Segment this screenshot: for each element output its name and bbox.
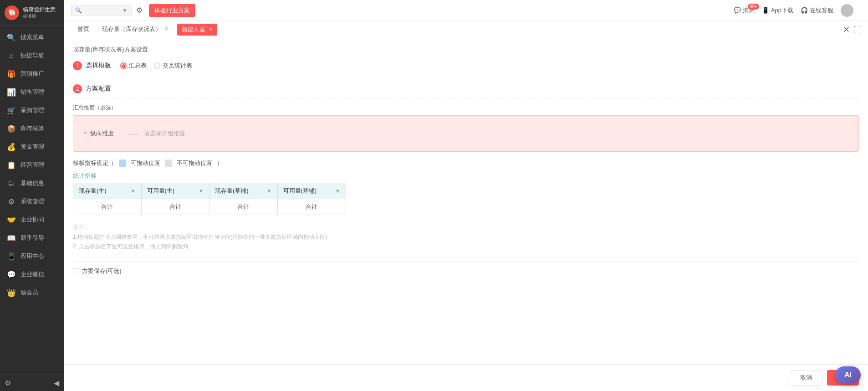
col-current-aux-chevron[interactable]: ▼ [267, 188, 272, 194]
col-header-available-aux[interactable]: 可用量(基辅) ▼ [278, 183, 346, 199]
sidebar-item-search[interactable]: 🔍 搜索菜单 [0, 28, 64, 46]
sidebar-item-newuser[interactable]: 📖 新手引导 [0, 229, 64, 247]
stats-table-body: 合计 合计 合计 合计 [73, 199, 346, 215]
app-download-btn[interactable]: 📱 App下载 [762, 6, 793, 15]
non-draggable-badge [165, 159, 172, 167]
member-icon: 👑 [7, 288, 16, 297]
section2-body: 汇总维度（必选） * 纵向维度 —— 请选择分组维度 模板指标设定（ 可拖动位置 [73, 104, 859, 252]
industry-btn[interactable]: 体验行业方案 [149, 4, 195, 17]
search-dropdown-icon[interactable]: ▼ [122, 7, 128, 14]
sidebar-item-inventory-label: 库存核算 [20, 124, 44, 133]
draggable-label: 可拖动位置 [131, 159, 160, 167]
sidebar-item-purchase[interactable]: 🛒 采购管理 [0, 101, 64, 119]
sidebar-item-wechat[interactable]: 💬 企业微信 [0, 265, 64, 283]
section2-header: 2 方案配置 [73, 84, 859, 98]
marketing-icon: 🎁 [7, 69, 16, 78]
tab-inventory-label: 现存量（库存状况表） [102, 25, 161, 33]
sidebar-item-appstore-label: 应用中心 [20, 252, 44, 260]
message-icon: 💬 [734, 7, 741, 14]
search-input[interactable] [84, 7, 120, 14]
radio-summary-label: 汇总表 [129, 62, 147, 70]
newuser-icon: 📖 [7, 233, 16, 242]
gear-icon[interactable]: ⚙ [136, 6, 143, 15]
radio-cross[interactable]: 交叉统计表 [154, 62, 192, 70]
sidebar-item-operation[interactable]: 📋 经营管理 [0, 156, 64, 174]
cell-available-aux-summary: 合计 [278, 199, 346, 215]
tab-home[interactable]: 首页 [71, 21, 96, 38]
save-checkbox[interactable] [73, 268, 79, 274]
logo-icon: 畅 [5, 5, 19, 20]
cancel-button[interactable]: 取消 [790, 370, 822, 386]
section1-title: 选择模板 [86, 62, 111, 70]
ai-fab-button[interactable]: Ai [835, 366, 861, 384]
sidebar-item-sales[interactable]: 📊 销售管理 [0, 83, 64, 101]
radio-summary-circle [120, 62, 127, 69]
radio-summary[interactable]: 汇总表 [120, 62, 147, 70]
message-btn[interactable]: 💬 消息 99+ [734, 6, 755, 15]
col-header-current-aux[interactable]: 现存量(基辅) ▼ [209, 183, 278, 199]
topbar-right: 💬 消息 99+ 📱 App下载 🎧 在线客服 [734, 4, 861, 17]
draggable-badge [119, 159, 126, 167]
sidebar-item-marketing[interactable]: 🎁 营销推广 [0, 65, 64, 83]
section2-number: 2 [73, 84, 82, 93]
service-label: 在线客服 [810, 6, 833, 15]
page-title: 现存量(库存状况表)方案设置 [73, 46, 859, 54]
col-available-aux-chevron[interactable]: ▼ [335, 188, 340, 194]
sidebar-item-basic[interactable]: 🗂 基础信息 [0, 174, 64, 192]
cell-current-aux-summary: 合计 [209, 199, 278, 215]
search-box[interactable]: 🔍 ▼ [71, 5, 132, 15]
stats-table: 现存量(主) ▼ 可用量(主) ▼ 现存量(基辅) ▼ [73, 183, 346, 215]
indicator-settings: 模板指标设定（ 可拖动位置 不可拖动位置 ） [73, 159, 859, 167]
cell-current-main-summary: 合计 [73, 199, 142, 215]
col-header-current-main[interactable]: 现存量(主) ▼ [73, 183, 142, 199]
wechat-icon: 💬 [7, 270, 16, 279]
col-available-aux-label: 可用量(基辅) [283, 187, 317, 195]
section1-header: 1 选择模板 汇总表 交叉统计表 [73, 61, 859, 75]
dimension-label: 纵向维度 [90, 129, 114, 138]
modal-close-icon[interactable]: ✕ [843, 25, 850, 35]
indicator-closing: ） [217, 159, 223, 167]
app-label: App下载 [771, 6, 793, 15]
system-icon: ⚙ [7, 197, 16, 206]
sidebar-item-purchase-label: 采购管理 [20, 106, 44, 114]
search-icon: 🔍 [7, 33, 16, 42]
dimension-dash: —— [128, 130, 139, 137]
sidebar-item-quicknav[interactable]: ⌂ 快捷导航 [0, 46, 64, 65]
radio-cross-circle [154, 62, 160, 69]
sidebar-item-finance[interactable]: 💰 资金管理 [0, 138, 64, 156]
sidebar-nav: 🔍 搜索菜单 ⌂ 快捷导航 🎁 营销推广 📊 销售管理 🛒 采购管理 📦 库存核… [0, 26, 64, 375]
col-current-main-chevron[interactable]: ▼ [131, 188, 136, 194]
sidebar-item-member[interactable]: 👑 畅会员 [0, 283, 64, 302]
tip-item-2: 2. 点击标题栏下拉可设置排序、插入列和删除列 [73, 242, 859, 252]
sidebar-item-enterprise[interactable]: 🤝 企业协同 [0, 211, 64, 229]
tab-new-plan[interactable]: 新建方案 ✕ [177, 24, 217, 36]
col-available-main-chevron[interactable]: ▼ [199, 188, 204, 194]
col-current-aux-label: 现存量(基辅) [215, 187, 249, 195]
col-header-available-main[interactable]: 可用量(主) ▼ [142, 183, 210, 199]
col-current-main-label: 现存量(主) [79, 187, 107, 195]
required-label: 汇总维度（必选） [73, 104, 859, 112]
dimension-area[interactable]: * 纵向维度 —— 请选择分组维度 [73, 115, 859, 152]
collapse-icon[interactable]: ◀ [54, 379, 59, 387]
stats-table-header: 现存量(主) ▼ 可用量(主) ▼ 现存量(基辅) ▼ [73, 183, 346, 199]
indicator-label: 模板指标设定（ [73, 159, 114, 167]
sidebar-item-inventory[interactable]: 📦 库存核算 [0, 119, 64, 138]
tab-inventory-close-icon[interactable]: ✕ [164, 26, 168, 32]
settings-icon[interactable]: ⚙ [5, 379, 11, 387]
main-area: 🔍 ▼ ⚙ 体验行业方案 💬 消息 99+ 📱 App下载 🎧 在线客服 [64, 0, 868, 391]
tab-new-plan-close-icon[interactable]: ✕ [209, 26, 213, 32]
expand-icon[interactable]: ⛶ [853, 26, 861, 34]
tab-inventory-status[interactable]: 现存量（库存状况表） ✕ [96, 21, 175, 38]
avatar[interactable] [841, 4, 853, 17]
tip-item-1: 1.拖动标题栏可以调整布局，不可跨维度或指标区域拖动任何字段(只能在同一维度或指… [73, 232, 859, 242]
sidebar-item-sales-label: 销售管理 [20, 88, 44, 96]
operation-icon: 📋 [7, 160, 16, 170]
sidebar-item-member-label: 畅会员 [20, 288, 38, 297]
service-btn[interactable]: 🎧 在线客服 [801, 6, 833, 15]
dimension-placeholder: 请选择分组维度 [144, 129, 185, 138]
sidebar-item-appstore[interactable]: 📱 应用中心 [0, 247, 64, 265]
sidebar-footer: ⚙ ◀ [0, 375, 64, 391]
sidebar-item-system[interactable]: ⚙ 系统管理 [0, 192, 64, 211]
tips-section: 提示： 1.拖动标题栏可以调整布局，不可跨维度或指标区域拖动任何字段(只能在同一… [73, 222, 859, 252]
required-mark: * [84, 130, 87, 137]
